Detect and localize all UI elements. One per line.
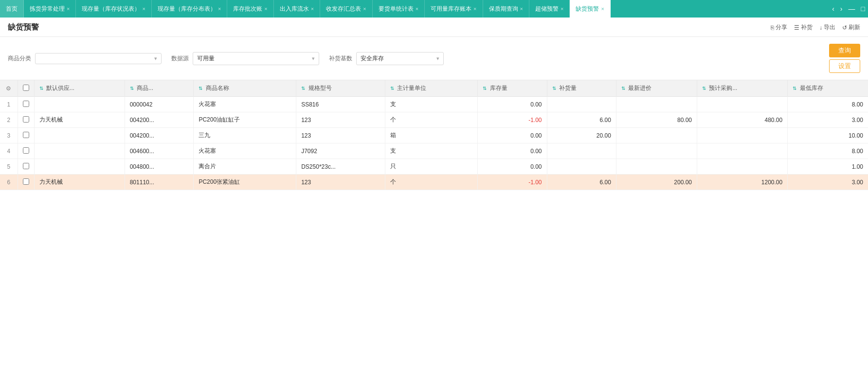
row-checkbox-cell-4 (18, 143, 34, 159)
data-table: ⚙ ⇅ 默认供应... ⇅ 商品... ⇅ 商品名称 (0, 80, 868, 190)
cell-supplier-3 (34, 128, 125, 143)
row-checkbox-cell-3 (18, 128, 34, 143)
tab-maximize-btn[interactable]: □ (858, 0, 868, 18)
row-checkbox-2[interactable] (23, 116, 29, 123)
row-num-1: 1 (0, 97, 18, 112)
tab-label: 收发存汇总表 (326, 5, 361, 13)
cell-code-4: 004600... (125, 143, 194, 159)
replenish-icon: ☰ (794, 24, 799, 31)
tab-next-btn[interactable]: › (837, 0, 846, 18)
sort-arrow-price[interactable]: ⇅ (621, 86, 625, 91)
table-gear-icon[interactable]: ⚙ (6, 85, 11, 92)
tab-close-btn[interactable]: × (67, 6, 70, 12)
page-title: 缺货预警 (8, 22, 39, 33)
row-checkbox-4[interactable] (23, 147, 29, 154)
filter-area: 商品分类 ▾ 数据源 可用量 ▾ 补货基数 安全库存 ▾ 查询 设置 (0, 37, 868, 80)
table-row: 2 力天机械 004200... PC200油缸缸子 123 个 -1.00 6… (0, 112, 868, 128)
category-select[interactable]: ▾ (35, 53, 162, 64)
tab-item-batch-account[interactable]: 库存批次账× (227, 0, 273, 18)
tab-item-expiry-query[interactable]: 保质期查询× (483, 0, 529, 18)
tab-close-btn[interactable]: × (142, 6, 145, 12)
header-actions: ⎘ 分享 ☰ 补货 ↓ 导出 ↺ 刷新 (771, 23, 860, 32)
tab-item-home[interactable]: 首页 (0, 0, 24, 18)
tab-close-btn[interactable]: × (561, 6, 563, 12)
sort-arrow-min[interactable]: ⇅ (793, 86, 796, 91)
cell-stock-2: -1.00 (478, 112, 547, 128)
tab-item-abnormal[interactable]: 拣货异常处理× (24, 0, 76, 18)
cell-code-6: 801110... (125, 175, 194, 190)
sort-arrow-est[interactable]: ⇅ (702, 86, 706, 91)
cell-est-5 (697, 159, 788, 175)
cell-min-5: 1.00 (788, 159, 868, 175)
refresh-button[interactable]: ↺ 刷新 (842, 23, 860, 32)
tab-item-overstock-warn[interactable]: 超储预警× (529, 0, 570, 18)
tab-prev-btn[interactable]: ‹ (829, 0, 837, 18)
tab-label: 库存批次账 (233, 5, 262, 13)
row-checkbox-3[interactable] (23, 132, 29, 138)
cell-replenish-2: 6.00 (547, 112, 616, 128)
replenish-button[interactable]: ☰ 补货 (794, 23, 813, 32)
cell-price-6: 200.00 (616, 175, 697, 190)
tab-close-btn[interactable]: × (416, 6, 418, 12)
cell-name-1: 火花塞 (194, 97, 296, 112)
replenish-base-select[interactable]: 安全库存 ▾ (356, 52, 444, 65)
tab-close-btn[interactable]: × (264, 6, 267, 12)
tab-label: 出入库流水 (280, 5, 309, 13)
cell-supplier-2: 力天机械 (34, 112, 125, 128)
cell-est-2: 480.00 (697, 112, 788, 128)
cell-spec-6: 123 (296, 175, 385, 190)
table-body: 1 0000042 火花塞 SS816 支 0.00 8.00 2 力天机械 0… (0, 97, 868, 190)
tab-label: 缺货预警 (576, 5, 599, 13)
cell-replenish-5 (547, 159, 616, 175)
cell-unit-5: 只 (385, 159, 478, 175)
tab-item-requisition-stats[interactable]: 要货单统计表× (373, 0, 425, 18)
filter-group-category: 商品分类 ▾ (8, 53, 162, 64)
tab-close-btn[interactable]: × (473, 6, 476, 12)
tab-close-btn[interactable]: × (311, 6, 314, 12)
category-label: 商品分类 (8, 54, 31, 63)
col-stock-qty: ⇅ 库存量 (478, 80, 547, 97)
row-num-3: 3 (0, 128, 18, 143)
tab-item-inout-flow[interactable]: 出入库流水× (274, 0, 320, 18)
tab-close-btn[interactable]: × (363, 6, 366, 12)
cell-spec-3: 123 (296, 128, 385, 143)
tab-close-btn[interactable]: × (218, 6, 221, 12)
cell-price-1 (616, 97, 697, 112)
row-checkbox-1[interactable] (23, 101, 29, 107)
cell-spec-5: DS250*23c... (296, 159, 385, 175)
cell-min-4: 8.00 (788, 143, 868, 159)
cell-est-6: 1200.00 (697, 175, 788, 190)
tab-item-inventory-dist[interactable]: 现存量（库存分布表）× (152, 0, 227, 18)
tab-item-inventory-status[interactable]: 现存量（库存状况表）× (76, 0, 151, 18)
sort-arrow-name[interactable]: ⇅ (199, 86, 202, 91)
cell-supplier-6: 力天机械 (34, 175, 125, 190)
row-checkbox-5[interactable] (23, 163, 29, 169)
cell-replenish-3: 20.00 (547, 128, 616, 143)
settings-button[interactable]: 设置 (829, 59, 860, 73)
cell-spec-4: J7092 (296, 143, 385, 159)
sort-arrow-unit[interactable]: ⇅ (390, 86, 394, 91)
cell-replenish-4 (547, 143, 616, 159)
tab-close-btn[interactable]: × (601, 6, 604, 12)
row-checkbox-6[interactable] (23, 178, 29, 185)
tab-close-btn[interactable]: × (520, 6, 523, 12)
cell-replenish-1 (547, 97, 616, 112)
select-all-checkbox[interactable] (23, 85, 29, 91)
table-header-row: ⚙ ⇅ 默认供应... ⇅ 商品... ⇅ 商品名称 (0, 80, 868, 97)
tab-item-receive-summary[interactable]: 收发存汇总表× (320, 0, 372, 18)
export-button[interactable]: ↓ 导出 (819, 23, 835, 32)
sort-arrow-supplier[interactable]: ⇅ (39, 86, 43, 91)
sort-arrow-code[interactable]: ⇅ (130, 86, 134, 91)
datasource-select[interactable]: 可用量 ▾ (193, 52, 319, 65)
cell-min-6: 3.00 (788, 175, 868, 190)
share-button[interactable]: ⎘ 分享 (771, 23, 787, 32)
tab-label: 超储预警 (535, 5, 559, 13)
sort-arrow-stock[interactable]: ⇅ (483, 86, 487, 91)
tab-minimize-btn[interactable]: — (846, 0, 858, 18)
cell-spec-2: 123 (296, 112, 385, 128)
sort-arrow-replenish[interactable]: ⇅ (552, 86, 556, 91)
sort-arrow-spec[interactable]: ⇅ (301, 86, 305, 91)
tab-item-shortage-warn[interactable]: 缺货预警× (570, 0, 610, 18)
query-button[interactable]: 查询 (829, 44, 860, 57)
tab-item-available-ledger[interactable]: 可用量库存账本× (425, 0, 483, 18)
